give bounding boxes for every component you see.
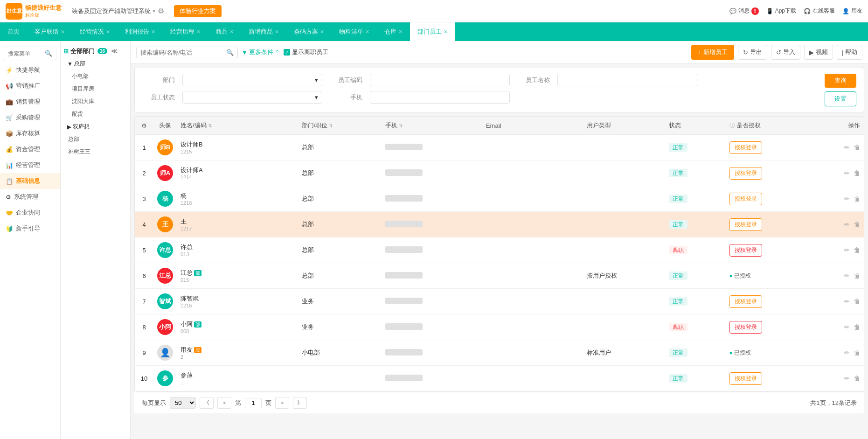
auth-login-button[interactable]: 授权登录 [729,244,762,257]
sidebar-nav-item-finance[interactable]: 💰 资金管理 [0,141,60,157]
edit-icon[interactable]: ✏ [844,144,850,151]
video-button[interactable]: ▶ 视频 [804,45,833,60]
th-settings[interactable]: ⚙ [135,117,153,135]
close-icon[interactable]: ✕ [229,29,234,35]
prev-page-btn[interactable]: ＜ [217,397,231,409]
sidebar-nav-item-basic[interactable]: 📋 基础信息 [0,173,60,189]
edit-icon[interactable]: ✏ [844,246,850,254]
system-title-arrow[interactable]: ▾ [153,7,156,14]
sidebar-nav-item-sales[interactable]: 💼 销售管理 [0,94,60,110]
delete-icon[interactable]: 🗑 [854,298,860,305]
sidebar-nav-item-marketing[interactable]: 📢 营销推广 [0,78,60,94]
next-page-btn[interactable]: ＞ [275,397,289,409]
filter-empname-input[interactable] [557,74,697,86]
tab-barcode[interactable]: 条码方案 ✕ [286,22,332,41]
settings-icon[interactable]: ⚙ [141,122,147,129]
set-button[interactable]: 设置 [825,91,856,106]
tab-warehouse[interactable]: 仓库 ✕ [377,22,410,41]
page-size-select[interactable]: 50 100 200 [170,397,196,409]
edit-icon[interactable]: ✏ [844,349,850,356]
search-box[interactable]: 🔍 [136,47,238,58]
tab-goods[interactable]: 商品 ✕ [208,22,241,41]
auth-login-button[interactable]: 授权登录 [729,295,762,308]
sidebar-search-input[interactable] [8,50,45,57]
more-filter-btn[interactable]: ▼ 更多条件 ⌃ [242,48,280,56]
close-icon[interactable]: ✕ [61,29,65,35]
dept-tree-header[interactable]: ⊞ 全部部门 16 ≪ [61,45,130,57]
close-icon[interactable]: ✕ [196,29,201,35]
edit-icon[interactable]: ✏ [844,169,850,177]
tab-new-goods[interactable]: 新增商品 ✕ [241,22,286,41]
filter-dept-select[interactable]: ▾ [182,74,322,86]
filter-status-select[interactable]: ▾ [182,91,322,104]
auth-login-button[interactable]: 授权登录 [729,372,762,385]
dept-item-peihuo[interactable]: 配货 [64,108,130,120]
empcode-field[interactable] [374,77,506,84]
dept-item-shenyang[interactable]: 沈阳大库 [64,95,130,108]
first-page-btn[interactable]: 《 [200,397,214,409]
tab-operations[interactable]: 经营情况 ✕ [72,22,118,41]
edit-icon[interactable]: ✏ [844,221,850,228]
add-employee-button[interactable]: + 新增员工 [691,45,734,60]
close-icon[interactable]: ✕ [275,29,279,35]
app-download-btn[interactable]: 📱 App下载 [766,7,796,15]
close-icon[interactable]: ✕ [365,29,369,35]
delete-icon[interactable]: 🗑 [854,195,860,202]
trial-button[interactable]: 体验行业方案 [174,5,222,17]
tab-customer[interactable]: 客户联络 ✕ [27,22,72,41]
delete-icon[interactable]: 🗑 [854,144,860,151]
dept-group-zongbu-title[interactable]: ▼ 总部 [64,57,130,70]
delete-icon[interactable]: 🗑 [854,169,860,177]
delete-icon[interactable]: 🗑 [854,272,860,279]
edit-icon[interactable]: ✏ [844,375,850,382]
search-button[interactable]: 查询 [825,74,856,88]
edit-icon[interactable]: ✏ [844,195,850,202]
tab-journey[interactable]: 经营历程 ✕ [163,22,208,41]
sidebar-search[interactable]: 🔍 [4,47,56,60]
sidebar-nav-item-guide[interactable]: 🔰 新手引导 [0,221,60,237]
last-page-btn[interactable]: 》 [293,397,307,409]
export-button[interactable]: ↻ 导出 [738,45,767,60]
message-btn[interactable]: 💬 消息 6 [729,7,759,15]
search-input[interactable] [140,49,224,56]
help-button[interactable]: | 帮助 [837,45,862,60]
delete-icon[interactable]: 🗑 [854,323,860,331]
sidebar-nav-item-purchase[interactable]: 🛒 采购管理 [0,110,60,125]
tab-profit[interactable]: 利润报告 ✕ [118,22,163,41]
close-icon[interactable]: ✕ [151,29,155,35]
collapse-all-btn[interactable]: ≪ [109,47,119,56]
sidebar-nav-item-collab[interactable]: 🤝 企业协同 [0,205,60,221]
online-service-btn[interactable]: 🎧 在线客服 [804,7,835,15]
filter-empcode-input[interactable] [370,74,510,86]
delete-icon[interactable]: 🗑 [854,246,860,254]
auth-login-button[interactable]: 授权登录 [729,167,762,180]
current-page-input[interactable] [245,398,262,408]
dept-item-xiangmu[interactable]: 项目库房 [64,83,130,95]
tab-home[interactable]: 首页 [0,22,27,41]
edit-icon[interactable]: ✏ [844,272,850,279]
dept-group-shuanglv-title[interactable]: ▶ 双庐想 [64,120,130,133]
tab-employees[interactable]: 部门员工 ✕ [410,22,455,41]
auth-login-button[interactable]: 授权登录 [729,193,762,205]
dept-item-buju[interactable]: 补树王三 [61,146,130,158]
user-btn[interactable]: 👤 用友 [842,7,862,15]
close-icon[interactable]: ✕ [106,29,110,35]
close-icon[interactable]: ✕ [444,29,448,35]
edit-icon[interactable]: ✏ [844,323,850,331]
close-icon[interactable]: ✕ [320,29,324,35]
dept-item-xiaodian[interactable]: 小电部 [64,70,130,83]
sidebar-nav-item-system[interactable]: ⚙ 系统管理 [0,189,60,205]
delete-icon[interactable]: 🗑 [854,349,860,356]
info-icon[interactable]: ⓘ [729,122,735,129]
empname-field[interactable] [562,77,693,84]
delete-icon[interactable]: 🗑 [854,375,860,382]
gear-icon[interactable]: ⚙ [158,7,164,15]
sidebar-nav-item-quick[interactable]: ⚡ 快捷导航 [0,62,60,78]
close-icon[interactable]: ✕ [398,29,403,35]
import-button[interactable]: ↺ 导入 [771,45,800,60]
filter-phone-input[interactable] [370,91,510,104]
dept-item-zongbu2[interactable]: 总部 [61,133,130,146]
auth-login-button[interactable]: 授权登录 [729,321,762,334]
sidebar-nav-item-inventory[interactable]: 📦 库存核算 [0,125,60,141]
delete-icon[interactable]: 🗑 [854,221,860,228]
